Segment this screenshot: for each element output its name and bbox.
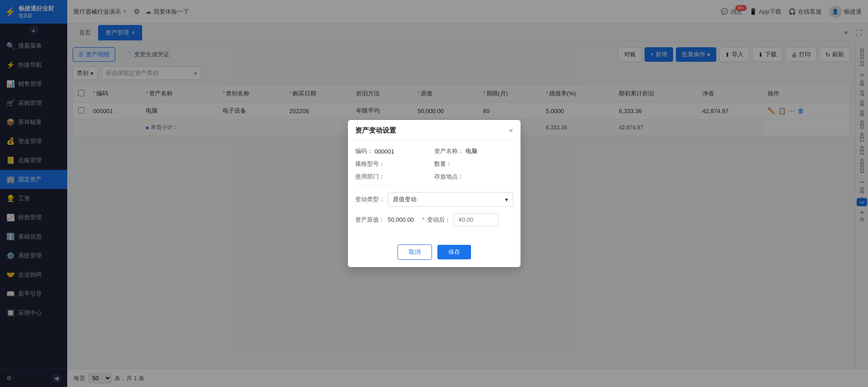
- location-label: 存放地点：: [434, 173, 464, 181]
- dialog-close-btn[interactable]: ×: [509, 127, 513, 135]
- change-type-select[interactable]: 原值变动 ▾: [388, 192, 513, 207]
- spec-label: 规格型号：: [355, 160, 385, 168]
- asset-value-display: 50,000.00: [388, 216, 414, 223]
- code-label: 编码：: [355, 147, 373, 155]
- asset-change-dialog: 资产变动设置 × 编码： 000001 资产名称： 电脑 规格型号：: [348, 120, 521, 267]
- dialog-divider: [355, 185, 513, 186]
- required-star-icon: *: [422, 216, 424, 223]
- dialog-info-row-2: 规格型号： 数量：: [355, 160, 513, 168]
- dept-label: 使用部门：: [355, 173, 385, 181]
- dialog-body: 编码： 000001 资产名称： 电脑 规格型号： 数量：: [348, 140, 521, 240]
- dialog-overlay: 资产变动设置 × 编码： 000001 资产名称： 电脑 规格型号：: [0, 0, 868, 387]
- after-change-label: 变动后：: [427, 216, 451, 224]
- cancel-btn[interactable]: 取消: [397, 244, 432, 260]
- field-code: 编码： 000001: [355, 147, 434, 155]
- dialog-footer: 取消 保存: [348, 240, 521, 267]
- change-type-control: 原值变动 ▾: [388, 192, 513, 207]
- field-dept: 使用部门：: [355, 173, 434, 181]
- dialog-info-row-3: 使用部门： 存放地点：: [355, 173, 513, 181]
- field-spec: 规格型号：: [355, 160, 434, 168]
- field-quantity: 数量：: [434, 160, 513, 168]
- after-change-input[interactable]: [453, 213, 499, 226]
- code-value: 000001: [375, 148, 394, 155]
- dialog-header: 资产变动设置 ×: [348, 120, 521, 140]
- field-asset-name: 资产名称： 电脑: [434, 147, 513, 155]
- asset-value-control: 50,000.00 * 变动后：: [388, 213, 513, 226]
- change-type-arrow-icon: ▾: [505, 196, 508, 203]
- change-type-label: 变动类型：: [355, 195, 388, 203]
- save-btn[interactable]: 保存: [437, 245, 471, 259]
- quantity-label: 数量：: [434, 160, 452, 168]
- asset-value-row: 资产原值： 50,000.00 * 变动后：: [355, 213, 513, 226]
- change-type-row: 变动类型： 原值变动 ▾: [355, 192, 513, 207]
- asset-name-label: 资产名称：: [434, 147, 464, 155]
- asset-name-value: 电脑: [466, 147, 477, 155]
- asset-value-label: 资产原值：: [355, 216, 388, 224]
- dialog-title: 资产变动设置: [355, 126, 396, 135]
- change-type-value: 原值变动: [393, 195, 417, 203]
- dialog-info-row-1: 编码： 000001 资产名称： 电脑: [355, 147, 513, 155]
- field-location: 存放地点：: [434, 173, 513, 181]
